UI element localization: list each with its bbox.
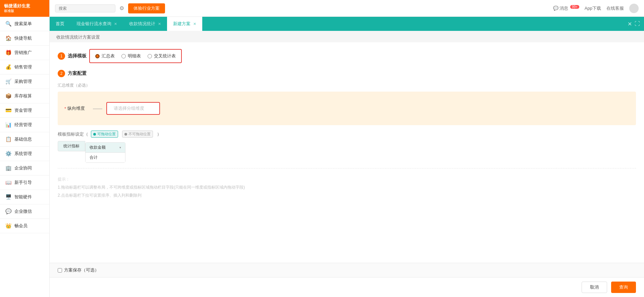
metric-setting: 模板指标设定（ 可拖动位置 不可拖动位置 ）	[58, 131, 636, 163]
sidebar-item-quick-nav[interactable]: 🏠 快捷导航	[0, 31, 49, 46]
radio-summary[interactable]: 汇总表	[95, 53, 115, 59]
user-avatar[interactable]	[629, 4, 639, 13]
tips-area: 提示： 1.拖动标题栏可以调整布局，不可跨维度或指标区域拖动栏目字段(只能在同一…	[58, 175, 636, 199]
dimension-section-label: 汇总维度（必选）	[58, 83, 636, 88]
tab-new-plan-label: 新建方案	[173, 21, 191, 27]
wechat-icon: 💬	[5, 208, 12, 214]
metric-header-dropdown[interactable]: ▾	[119, 146, 121, 149]
sidebar-label-inventory: 库存核算	[14, 93, 32, 99]
radio-detail-input[interactable]	[121, 54, 126, 58]
sidebar-logo: 畅捷通好生意 标准版	[0, 0, 49, 17]
step2-circle: 2	[58, 70, 65, 77]
metric-header: 模板指标设定（ 可拖动位置 不可拖动位置 ）	[58, 131, 636, 138]
gear-icon[interactable]: ⚙	[119, 5, 124, 11]
notification-area[interactable]: 💬 消息 99+	[553, 5, 579, 11]
select-dim-box[interactable]: 请选择分组维度	[106, 102, 160, 115]
tab-bank-flow-close[interactable]: ✕	[114, 22, 117, 26]
industry-btn[interactable]: 体验行业方案	[128, 3, 165, 13]
draggable-tag: 可拖动位置	[91, 131, 118, 138]
tab-receipt-stats[interactable]: 收款情况统计 ✕	[123, 17, 167, 31]
purchase-icon: 🛒	[5, 79, 12, 85]
topbar-right: 💬 消息 99+ App下载 在线客服	[553, 4, 639, 13]
separator	[58, 168, 636, 168]
dim-arrow: ——	[93, 106, 102, 111]
marketing-icon: 🎁	[5, 50, 12, 56]
sidebar-item-wechat[interactable]: 💬 企业微信	[0, 204, 49, 219]
radio-detail-label: 明细表	[128, 53, 141, 59]
smart-hw-icon: 🖥️	[5, 194, 12, 200]
radio-detail[interactable]: 明细表	[121, 53, 141, 59]
radio-summary-label: 汇总表	[102, 53, 115, 59]
footer-bar: 取消 查询	[50, 277, 644, 297]
step1-section: 1 选择模板 汇总表 明细表	[58, 49, 636, 63]
sidebar-label-enterprise: 企业协同	[14, 165, 32, 171]
radio-cross-label: 交叉统计表	[154, 53, 176, 59]
step2-section: 2 方案配置 汇总维度（必选） * 纵向维度 —— 请选择	[58, 70, 636, 199]
bottom-save-section: 方案保存（可选）	[50, 263, 644, 277]
maximize-icon[interactable]: ⛶	[635, 21, 640, 27]
draggable-indicator	[93, 133, 96, 136]
system-icon: ⚙️	[5, 151, 12, 157]
metric-table-container: 统计指标 收款金额 ▾ 合计	[58, 141, 636, 163]
basic-info-icon: 📋	[5, 136, 12, 142]
tab-bank-flow-label: 现金银行流水查询	[76, 21, 111, 27]
tab-bank-flow[interactable]: 现金银行流水查询 ✕	[70, 17, 123, 31]
logo-title: 畅捷通好生意	[4, 3, 30, 9]
save-checkbox[interactable]	[58, 268, 62, 273]
sidebar-item-purchase[interactable]: 🛒 采购管理	[0, 75, 49, 89]
radio-cross-input[interactable]	[148, 54, 152, 58]
page-content: 收款情况统计方案设置 1 选择模板 汇总表	[50, 31, 644, 297]
radio-cross[interactable]: 交叉统计表	[148, 53, 176, 59]
online-service-link[interactable]: 在线客服	[606, 5, 624, 11]
sidebar: 畅捷通好生意 标准版 🔍 搜索菜单 🏠 快捷导航 🎁 营销推广 💰 销售管理 🛒…	[0, 0, 50, 297]
sidebar-item-inventory[interactable]: 📦 库存核算	[0, 89, 49, 103]
sidebar-item-sales[interactable]: 💰 销售管理	[0, 60, 49, 75]
non-draggable-tag: 不可拖动位置	[122, 131, 153, 138]
topbar: ⚙ 体验行业方案 💬 消息 99+ App下载 在线客服	[50, 0, 644, 17]
operations-icon: 📊	[5, 122, 12, 128]
sidebar-label-guide: 新手引导	[14, 180, 32, 186]
sidebar-label-wechat: 企业微信	[14, 208, 32, 214]
page-header: 收款情况统计方案设置	[50, 31, 644, 42]
logo-badge: 标准版	[4, 9, 30, 13]
save-label[interactable]: 方案保存（可选）	[64, 267, 99, 273]
sidebar-item-operations[interactable]: 📊 经营管理	[0, 118, 49, 132]
close-all-icon[interactable]: ✕	[628, 21, 632, 27]
query-button[interactable]: 查询	[611, 282, 636, 293]
sidebar-item-member[interactable]: 👑 畅会员	[0, 219, 49, 233]
sidebar-item-basic-info[interactable]: 📋 基础信息	[0, 132, 49, 147]
tab-new-plan-close[interactable]: ✕	[193, 22, 196, 26]
sidebar-item-system[interactable]: ⚙️ 系统管理	[0, 147, 49, 161]
topbar-search-input[interactable]	[55, 4, 115, 12]
guide-icon: 📖	[5, 180, 12, 186]
tab-home[interactable]: 首页	[50, 17, 70, 31]
app-download-link[interactable]: App下载	[585, 5, 601, 11]
sidebar-item-smart-hw[interactable]: 🖥️ 智能硬件	[0, 190, 49, 204]
sidebar-item-guide[interactable]: 📖 新手引导	[0, 176, 49, 190]
breadcrumb: 收款情况统计方案设置	[56, 35, 100, 40]
sidebar-item-finance[interactable]: 💳 资金管理	[0, 103, 49, 118]
notification-label: 消息	[559, 6, 568, 11]
tabbar-actions: ✕ ⛶	[628, 21, 644, 27]
template-select-box: 汇总表 明细表 交叉统计表	[89, 49, 182, 63]
member-icon: 👑	[5, 223, 12, 229]
sidebar-label-member: 畅会员	[14, 223, 28, 229]
search-menu-icon: 🔍	[5, 21, 12, 27]
sidebar-item-search-menu[interactable]: 🔍 搜索菜单	[0, 17, 49, 31]
sidebar-label-marketing: 营销推广	[14, 50, 32, 56]
radio-summary-input[interactable]	[95, 54, 100, 58]
cancel-button[interactable]: 取消	[582, 282, 607, 293]
non-draggable-indicator	[124, 133, 127, 136]
tab-receipt-stats-close[interactable]: ✕	[158, 22, 161, 26]
dimension-area: * 纵向维度 —— 请选择分组维度	[58, 92, 636, 125]
vertical-dim-label: 纵向维度	[67, 105, 85, 111]
metric-column-header[interactable]: 收款金额 ▾	[86, 143, 125, 153]
sidebar-label-search-menu: 搜索菜单	[14, 21, 32, 27]
sidebar-item-marketing[interactable]: 🎁 营销推广	[0, 46, 49, 60]
step1-header: 1 选择模板 汇总表 明细表	[58, 49, 636, 63]
sidebar-item-enterprise[interactable]: 🏢 企业协同	[0, 161, 49, 176]
metric-category-col: 统计指标	[58, 141, 85, 163]
tab-new-plan[interactable]: 新建方案 ✕	[167, 17, 202, 31]
sales-icon: 💰	[5, 64, 12, 70]
form-area: 1 选择模板 汇总表 明细表	[50, 42, 644, 263]
